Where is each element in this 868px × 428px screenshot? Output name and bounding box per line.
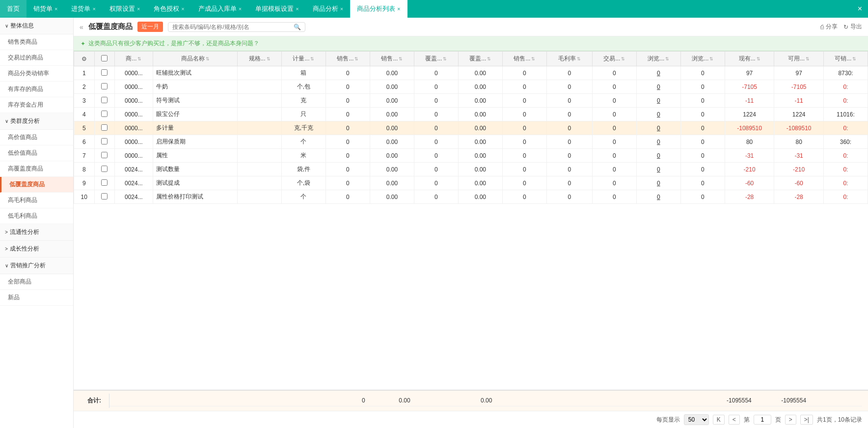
row-browse1[interactable]: 0 xyxy=(636,94,680,108)
sidebar-section-growth[interactable]: > 成长性分析 xyxy=(0,241,73,257)
col-browse2[interactable]: 浏览...⇅ xyxy=(680,52,725,66)
search-input[interactable] xyxy=(172,24,292,30)
row-name[interactable]: 牛奶 xyxy=(153,80,238,94)
row-select-checkbox[interactable] xyxy=(101,111,108,117)
row-browse1[interactable]: 0 xyxy=(636,190,680,204)
sidebar-collapse-btn[interactable]: « xyxy=(80,23,83,31)
sidebar-section-marketing[interactable]: ∨ 营销推广分析 xyxy=(0,257,73,274)
sidebar-item-traded-products[interactable]: 交易过的商品 xyxy=(0,50,73,66)
nav-template-settings[interactable]: 单据模板设置 × xyxy=(248,0,305,18)
nav-product-storage[interactable]: 产成品入库单 × xyxy=(191,0,248,18)
sidebar-item-low-value[interactable]: 低价值商品 xyxy=(0,145,73,161)
sidebar-item-stock-capital[interactable]: 库存资金占用 xyxy=(0,97,73,113)
sidebar-item-all-products[interactable]: 全部商品 xyxy=(0,274,73,290)
col-available-stock[interactable]: 可用...⇅ xyxy=(774,52,824,66)
first-page-btn[interactable]: K xyxy=(713,415,725,425)
row-select-checkbox[interactable] xyxy=(101,69,108,76)
col-coverage1[interactable]: 覆盖...⇅ xyxy=(414,52,458,66)
col-sales-count2[interactable]: 销售...⇅ xyxy=(502,52,546,66)
col-settings[interactable]: ⚙ xyxy=(74,52,95,66)
row-name[interactable]: 旺辅批次测试 xyxy=(153,66,238,80)
export-button[interactable]: ↻ 导出 xyxy=(843,23,862,31)
row-browse1[interactable]: 0 xyxy=(636,80,680,94)
col-saleable[interactable]: 可销...⇅ xyxy=(823,52,868,66)
sidebar-item-high-margin[interactable]: 高毛利商品 xyxy=(0,193,73,208)
nav-permissions[interactable]: 权限设置 × xyxy=(103,0,147,18)
row-checkbox[interactable] xyxy=(94,176,114,190)
row-name[interactable]: 测试数量 xyxy=(153,163,238,176)
current-page-input[interactable] xyxy=(754,415,771,425)
row-name[interactable]: 属性价格打印测试 xyxy=(153,190,238,204)
sidebar-item-low-coverage[interactable]: 低覆盖度商品 xyxy=(0,177,73,193)
row-browse1[interactable]: 0 xyxy=(636,66,680,80)
nav-close-icon[interactable]: × xyxy=(239,0,242,18)
nav-close-icon[interactable]: × xyxy=(397,0,400,18)
sidebar-item-high-value[interactable]: 高价值商品 xyxy=(0,130,73,145)
nav-close-icon[interactable]: × xyxy=(54,0,57,18)
col-name[interactable]: 商品名称⇅ xyxy=(153,52,238,66)
row-name[interactable]: 属性 xyxy=(153,149,238,163)
row-checkbox[interactable] xyxy=(94,163,114,176)
col-unit[interactable]: 计量...⇅ xyxy=(282,52,326,66)
nav-home[interactable]: 首页 xyxy=(0,0,27,18)
nav-sales[interactable]: 销货单 × xyxy=(27,0,64,18)
row-browse1[interactable]: 0 xyxy=(636,121,680,135)
col-code[interactable]: 商...⇅ xyxy=(114,52,153,66)
nav-close-icon[interactable]: × xyxy=(181,0,184,18)
row-checkbox[interactable] xyxy=(94,149,114,163)
row-select-checkbox[interactable] xyxy=(101,166,108,172)
sidebar-section-cluster[interactable]: ∨ 类群度分析 xyxy=(0,113,73,130)
nav-close-icon[interactable]: × xyxy=(92,0,95,18)
sidebar-item-sales-products[interactable]: 销售类商品 xyxy=(0,34,73,50)
row-name[interactable]: 多计量 xyxy=(153,121,238,135)
select-all-checkbox[interactable] xyxy=(101,55,108,61)
row-select-checkbox[interactable] xyxy=(101,97,108,103)
search-icon[interactable]: 🔍 xyxy=(294,24,301,30)
nav-roles[interactable]: 角色授权 × xyxy=(147,0,191,18)
sidebar-section-flow[interactable]: > 流通性分析 xyxy=(0,224,73,241)
row-checkbox[interactable] xyxy=(94,190,114,204)
row-checkbox[interactable] xyxy=(94,121,114,135)
next-page-btn[interactable]: > xyxy=(785,415,796,425)
row-select-checkbox[interactable] xyxy=(101,152,108,158)
col-current-stock[interactable]: 现有...⇅ xyxy=(725,52,774,66)
col-browse1[interactable]: 浏览...⇅ xyxy=(636,52,680,66)
col-checkbox[interactable] xyxy=(94,52,114,66)
col-gross-margin[interactable]: 毛利率⇅ xyxy=(546,52,592,66)
col-sales-amount[interactable]: 销售...⇅ xyxy=(370,52,414,66)
row-name[interactable]: 启用保质期 xyxy=(153,135,238,149)
row-select-checkbox[interactable] xyxy=(101,193,108,200)
sidebar-item-low-margin[interactable]: 低毛利商品 xyxy=(0,208,73,224)
nav-product-analysis[interactable]: 商品分析 × xyxy=(306,0,350,18)
row-browse1[interactable]: 0 xyxy=(636,108,680,121)
row-select-checkbox[interactable] xyxy=(101,179,108,186)
nav-close-icon[interactable]: × xyxy=(296,0,298,18)
prev-page-btn[interactable]: < xyxy=(729,415,740,425)
nav-close-icon[interactable]: × xyxy=(137,0,140,18)
row-checkbox[interactable] xyxy=(94,135,114,149)
row-browse1[interactable]: 0 xyxy=(636,163,680,176)
row-browse1[interactable]: 0 xyxy=(636,176,680,190)
sidebar-item-category-dynamics[interactable]: 商品分类动销率 xyxy=(0,66,73,82)
sidebar-section-overall[interactable]: ∨ 整体信息 xyxy=(0,18,73,34)
nav-purchase[interactable]: 进货单 × xyxy=(64,0,102,18)
row-checkbox[interactable] xyxy=(94,94,114,108)
col-spec[interactable]: 规格...⇅ xyxy=(238,52,282,66)
window-close-btn[interactable]: × xyxy=(858,4,862,13)
sidebar-item-new-products[interactable]: 新品 xyxy=(0,290,73,306)
row-browse1[interactable]: 0 xyxy=(636,135,680,149)
row-select-checkbox[interactable] xyxy=(101,124,108,131)
period-button[interactable]: 近一月 xyxy=(137,22,163,32)
sidebar-item-in-stock-products[interactable]: 有库存的商品 xyxy=(0,82,73,97)
per-page-select[interactable]: 50 10 20 100 xyxy=(684,414,709,425)
row-name[interactable]: 符号测试 xyxy=(153,94,238,108)
col-transaction[interactable]: 交易...⇅ xyxy=(592,52,636,66)
row-checkbox[interactable] xyxy=(94,108,114,121)
row-checkbox[interactable] xyxy=(94,66,114,80)
col-sales-count[interactable]: 销售...⇅ xyxy=(326,52,370,66)
row-name[interactable]: 眼宝公仔 xyxy=(153,108,238,121)
col-coverage2[interactable]: 覆盖...⇅ xyxy=(458,52,502,66)
row-select-checkbox[interactable] xyxy=(101,138,108,144)
share-button[interactable]: ⎙ 分享 xyxy=(820,23,838,31)
row-checkbox[interactable] xyxy=(94,80,114,94)
